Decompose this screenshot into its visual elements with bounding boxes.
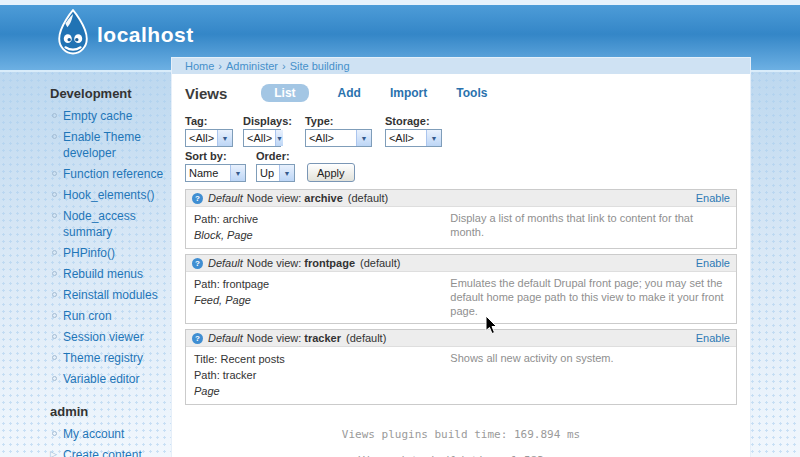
breadcrumb-separator: › xyxy=(218,60,222,72)
bullet-icon xyxy=(52,376,57,381)
bullet-icon xyxy=(52,134,57,139)
filter-tag: Tag:<All>▼ xyxy=(185,115,233,147)
filter-type: Type:<All>▼ xyxy=(305,115,372,147)
displays-select[interactable]: <All>▼ xyxy=(243,129,281,147)
sidebar-link-enable-theme-developer[interactable]: Enable Theme developer xyxy=(63,130,141,160)
help-icon[interactable]: ? xyxy=(192,193,203,204)
filter-storage: Storage:<All>▼ xyxy=(385,115,442,147)
sidebar-link-phpinfo-[interactable]: PHPinfo() xyxy=(63,246,115,260)
view-detail-line: Title: Recent posts xyxy=(194,351,450,367)
view-detail-line: Path: tracker xyxy=(194,367,450,383)
view-description: Emulates the default Drupal front page; … xyxy=(450,276,728,318)
help-icon[interactable]: ? xyxy=(192,258,203,269)
tab-import[interactable]: Import xyxy=(390,86,427,100)
filter-label-sortby: Sort by: xyxy=(185,150,246,162)
view-description: Display a list of months that link to co… xyxy=(450,211,728,243)
bullet-icon xyxy=(52,192,57,197)
selected-value: Name xyxy=(186,165,230,181)
filter-label-type: Type: xyxy=(305,115,372,127)
help-icon[interactable]: ? xyxy=(192,333,203,344)
view-type-label: Default xyxy=(208,192,243,204)
filter-label-storage: Storage: xyxy=(385,115,442,127)
sidebar-item: PHPinfo() xyxy=(38,243,172,264)
selected-value: Up xyxy=(257,165,279,181)
filter-label-displays: Displays: xyxy=(243,115,292,127)
sortby-select[interactable]: Name▼ xyxy=(185,164,246,182)
bullet-icon xyxy=(52,213,57,218)
sidebar-link-empty-cache[interactable]: Empty cache xyxy=(63,109,132,123)
drupal-admin-page: localhost DevelopmentEmpty cacheEnable T… xyxy=(0,0,800,457)
tab-add[interactable]: Add xyxy=(338,86,361,100)
sidebar-link-run-cron[interactable]: Run cron xyxy=(63,309,112,323)
view-detail-line: Path: archive xyxy=(194,211,450,227)
dropdown-arrow-icon: ▼ xyxy=(356,130,371,146)
view-default-suffix: (default) xyxy=(360,257,400,269)
sidebar-link-rebuild-menus[interactable]: Rebuild menus xyxy=(63,267,143,281)
view-detail-line: Path: frontpage xyxy=(194,276,450,292)
sidebar-item: Run cron xyxy=(38,306,172,327)
page-title: Views xyxy=(185,85,227,102)
sidebar-item: Theme registry xyxy=(38,348,172,369)
view-name: archive xyxy=(304,192,343,204)
selected-value: <All> xyxy=(186,130,217,146)
dropdown-arrow-icon: ▼ xyxy=(217,130,232,146)
enable-link[interactable]: Enable xyxy=(696,332,730,344)
views-list: ? Default Node view: archive (default) E… xyxy=(185,189,737,405)
sidebar-link-session-viewer[interactable]: Session viewer xyxy=(63,330,144,344)
view-displays: Page xyxy=(194,383,450,399)
type-select[interactable]: <All>▼ xyxy=(305,129,372,147)
sidebar-heading-admin: admin xyxy=(50,404,172,419)
view-type-label: Default xyxy=(208,257,243,269)
sidebar-link-function-reference[interactable]: Function reference xyxy=(63,167,163,181)
bullet-icon xyxy=(52,313,57,318)
view-type-label: Default xyxy=(208,332,243,344)
filter-sortby: Sort by:Name▼ xyxy=(185,150,246,182)
tag-select[interactable]: <All>▼ xyxy=(185,129,233,147)
bullet-icon xyxy=(52,334,57,339)
view-row-header: ? Default Node view: archive (default) E… xyxy=(186,190,736,207)
mouse-cursor-icon xyxy=(485,315,498,335)
filter-order: Order:Up▼ xyxy=(256,150,295,182)
view-displays: Feed, Page xyxy=(194,292,450,308)
view-row-header: ? Default Node view: frontpage (default)… xyxy=(186,255,736,272)
sidebar-item: ▷Create content xyxy=(38,445,172,457)
selected-value: <All> xyxy=(244,130,275,146)
drupal-logo-icon[interactable] xyxy=(54,9,92,57)
sidebar-link-variable-editor[interactable]: Variable editor xyxy=(63,372,140,386)
sidebar-link-theme-registry[interactable]: Theme registry xyxy=(63,351,143,365)
sidebar-link-reinstall-modules[interactable]: Reinstall modules xyxy=(63,288,158,302)
views-filters: Tag:<All>▼Displays:<All>▼Type:<All>▼Stor… xyxy=(185,115,737,182)
sidebar-item: Hook_elements() xyxy=(38,185,172,206)
enable-link[interactable]: Enable xyxy=(696,192,730,204)
breadcrumb: Home›Administer›Site building xyxy=(172,57,750,74)
collapsed-arrow-icon[interactable]: ▷ xyxy=(50,449,60,457)
sidebar-link-node-access-summary[interactable]: Node_access summary xyxy=(63,209,136,239)
sidebar-link-my-account[interactable]: My account xyxy=(63,427,124,441)
breadcrumb-link-administer[interactable]: Administer xyxy=(226,60,278,72)
view-name: tracker xyxy=(304,332,341,344)
bullet-icon xyxy=(52,171,57,176)
dropdown-arrow-icon: ▼ xyxy=(426,130,441,146)
view-row: ? Default Node view: tracker (default) E… xyxy=(185,329,737,405)
breadcrumb-link-site-building[interactable]: Site building xyxy=(290,60,350,72)
order-select[interactable]: Up▼ xyxy=(256,164,295,182)
breadcrumb-link-home[interactable]: Home xyxy=(185,60,214,72)
sidebar-item: Function reference xyxy=(38,164,172,185)
view-details: Title: Recent postsPath: trackerPage xyxy=(194,351,450,399)
enable-link[interactable]: Enable xyxy=(696,257,730,269)
selected-value: <All> xyxy=(306,130,356,146)
breadcrumb-separator: › xyxy=(282,60,286,72)
tab-tools[interactable]: Tools xyxy=(456,86,487,100)
view-row: ? Default Node view: frontpage (default)… xyxy=(185,254,737,324)
sidebar-link-create-content[interactable]: Create content xyxy=(63,448,142,457)
storage-select[interactable]: <All>▼ xyxy=(385,129,442,147)
filter-row-2: Sort by:Name▼Order:Up▼Apply xyxy=(185,150,737,182)
view-kind-label: Node view: xyxy=(247,192,301,204)
filter-label-tag: Tag: xyxy=(185,115,233,127)
apply-button[interactable]: Apply xyxy=(307,163,355,182)
sidebar-link-hook-elements-[interactable]: Hook_elements() xyxy=(63,188,154,202)
view-row: ? Default Node view: archive (default) E… xyxy=(185,189,737,249)
sidebar-item: Empty cache xyxy=(38,106,172,127)
site-name-link[interactable]: localhost xyxy=(97,23,194,47)
tab-list[interactable]: List xyxy=(261,84,308,102)
